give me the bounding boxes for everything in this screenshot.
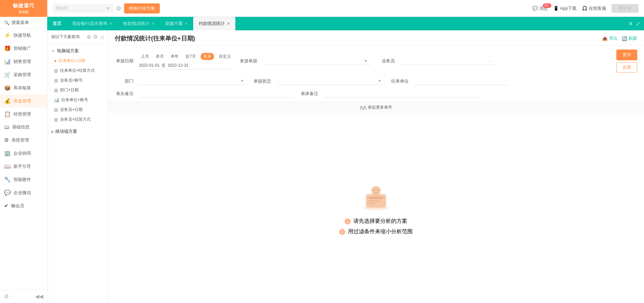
address-text: 地址栏 xyxy=(56,5,68,11)
sidebar-item-base-info[interactable]: 🗂 基础信息 xyxy=(0,121,47,133)
tab-bank-flow-label: 现金银行流水查询 xyxy=(72,21,107,27)
doc-status-select[interactable]: ▼ xyxy=(276,77,384,85)
date-btn-this-month[interactable]: 本月 xyxy=(154,53,166,60)
svg-rect-3 xyxy=(369,200,379,202)
footer-collapse-icon[interactable]: ◀◀ xyxy=(35,293,43,300)
marketing-icon: 🎁 xyxy=(4,45,11,52)
headset-icon: 🎧 xyxy=(582,6,587,11)
sidebar-item-marketing[interactable]: 🎁 营销推广 xyxy=(0,42,47,55)
export-button[interactable]: 📤 导出 xyxy=(602,35,618,41)
operations-icon: 📋 xyxy=(4,111,11,117)
scheme-desktop-label: 电脑端方案 xyxy=(57,48,79,54)
partner-select[interactable]: ··· xyxy=(414,77,508,85)
sidebar-item-hardware[interactable]: 🔧 智能硬件 xyxy=(0,173,47,186)
tab-expand-icon[interactable]: ⤢ xyxy=(636,21,640,27)
tab-home[interactable]: 首页 xyxy=(47,17,67,30)
body-note-input[interactable] xyxy=(324,90,479,97)
trial-button[interactable]: 体验行业方案 xyxy=(124,3,160,13)
empty-state: 1 请先选择要分析的方案 2 用过滤条件来缩小分析范围 xyxy=(108,113,644,303)
date-btn-last-month[interactable]: 上月 xyxy=(139,53,151,60)
tab-receipt-stats[interactable]: 收款情况统计 ✕ xyxy=(118,17,160,30)
scheme-collapse-icon[interactable]: ◁ xyxy=(100,34,104,40)
scheme-item-salesperson-date[interactable]: ▦ 业务员+日期 xyxy=(47,105,108,115)
salesperson-select[interactable]: ··· xyxy=(400,57,495,65)
scheme-item-label: 部门+日期 xyxy=(60,87,79,93)
dept-label: 部门 xyxy=(115,78,134,84)
sidebar-item-label: 基础信息 xyxy=(12,124,30,130)
sidebar-item-label: 畅会员 xyxy=(11,203,24,209)
date-btn-7days[interactable]: 近7天 xyxy=(183,53,198,60)
scheme-item-active-icon: ● xyxy=(54,58,57,63)
export-icon: 📤 xyxy=(602,36,608,41)
tab-close-all-icon[interactable]: ✕ xyxy=(628,21,633,27)
topbar-settings-icon[interactable]: ⚙ xyxy=(116,5,121,12)
tab-payment-stats[interactable]: 付款情况统计 ✕ xyxy=(193,17,235,30)
date-btn-this-year[interactable]: 本年 xyxy=(169,53,181,60)
topbar: 地址栏 ▼ ⚙ 体验行业方案 💬 消息 99+ 📱 App下载 🎧 在线客服 用… xyxy=(47,0,644,17)
header-note-input[interactable] xyxy=(139,90,294,97)
scheme-settings-icon[interactable]: ⚙ xyxy=(93,34,98,40)
sidebar-item-guide[interactable]: 📖 新手引导 xyxy=(0,160,47,173)
app-download-button[interactable]: 📱 App下载 xyxy=(553,5,577,11)
scheme-item-partner-account[interactable]: 📊 往来单位+账号 xyxy=(47,95,108,105)
refresh-button[interactable]: 🔄 刷新 xyxy=(622,35,637,41)
tab-bank-flow-close-icon[interactable]: ✕ xyxy=(109,22,112,26)
date-btn-custom[interactable]: 自定义 xyxy=(217,53,233,60)
salesperson-label: 业务员 xyxy=(376,58,395,64)
sidebar-item-sales[interactable]: 📊 销售管理 xyxy=(0,55,47,68)
scheme-item-icon-3: ▦ xyxy=(54,88,58,93)
scheme-item-label: 往来单位+账号 xyxy=(61,97,88,103)
svg-point-5 xyxy=(371,186,381,195)
scheme-mobile-group[interactable]: ▶ 移动端方案 xyxy=(47,126,108,137)
tabbar-right: ✕ ⤢ xyxy=(624,17,644,30)
tab-new-scheme-close-icon[interactable]: ✕ xyxy=(185,22,188,26)
collapse-conditions-bar[interactable]: ⋀⋀ 收起更多条件 xyxy=(108,102,644,113)
date-start: 2022-01-01 xyxy=(139,63,159,68)
date-range-input[interactable]: 2022-01-01 至 2022-12-31 xyxy=(139,63,233,69)
tab-new-scheme[interactable]: 新建方案 ✕ xyxy=(160,17,193,30)
settings-button[interactable]: 设置 xyxy=(616,62,637,72)
scheme-desktop-group-header[interactable]: ▼ 电脑端方案 xyxy=(47,46,108,56)
date-buttons-group: 上月 本月 本年 近7天 更多 自定义 2022-01-01 至 2022-12… xyxy=(139,53,233,69)
scheme-item-partner-date[interactable]: ● 往来单位+日期 xyxy=(47,56,108,66)
scheme-item-salesperson-settlement[interactable]: ▦ 业务员+结算方式 xyxy=(47,115,108,124)
messages-button[interactable]: 💬 消息 99+ xyxy=(532,5,548,11)
scheme-item-dept-date[interactable]: ▦ 部门+日期 xyxy=(47,85,108,95)
scheme-panel-header-label: 按以下方案查询 xyxy=(51,34,80,40)
footer-settings-icon[interactable]: ⚙ xyxy=(4,293,9,300)
scheme-panel: 按以下方案查询 ⊕ ⚙ ◁ ▼ 电脑端方案 ● 往来单位+日期 ▦ xyxy=(47,30,108,303)
sidebar-item-capital[interactable]: 💰 资金管理 xyxy=(0,94,47,108)
scheme-item-salesperson-account[interactable]: ▦ 业务员+账号 xyxy=(47,75,108,85)
search-icon: 🔍 xyxy=(4,20,9,25)
sidebar-item-member[interactable]: ✔ 畅会员 xyxy=(0,199,47,212)
search-menu[interactable]: 🔍 搜索菜单 xyxy=(0,17,47,29)
date-btn-more[interactable]: 更多 xyxy=(201,53,214,60)
sidebar-item-inventory[interactable]: 📦 库存核算 xyxy=(0,81,47,94)
sidebar-item-enterprise[interactable]: 🏢 企业协同 xyxy=(0,147,47,160)
tab-receipt-stats-close-icon[interactable]: ✕ xyxy=(151,22,154,26)
sidebar-item-quick-nav[interactable]: ⚡ 快捷导航 xyxy=(0,29,47,42)
sidebar-item-weixin[interactable]: 💬 企业微信 xyxy=(0,186,47,199)
scheme-panel-header: 按以下方案查询 ⊕ ⚙ ◁ xyxy=(47,30,108,44)
scheme-item-icon-4: 📊 xyxy=(54,97,59,102)
tab-payment-stats-close-icon[interactable]: ✕ xyxy=(227,22,230,26)
address-bar[interactable]: 地址栏 ▼ xyxy=(53,4,113,12)
sidebar-item-operations[interactable]: 📋 经营管理 xyxy=(0,108,47,121)
scheme-item-partner-settlement[interactable]: ▦ 往来单位+结算方式 xyxy=(47,66,108,75)
online-service-button[interactable]: 🎧 在线客服 xyxy=(582,5,606,11)
dept-select[interactable]: ▼ xyxy=(139,77,247,85)
hardware-icon: 🔧 xyxy=(4,176,11,183)
sidebar-item-system[interactable]: ⚙ 系统管理 xyxy=(0,133,47,147)
hint-num-2: 2 xyxy=(339,229,345,235)
partner-label: 往来单位 xyxy=(390,78,409,84)
scheme-add-icon[interactable]: ⊕ xyxy=(87,34,91,40)
sidebar-item-label: 资金管理 xyxy=(13,98,31,104)
user-button[interactable]: 用户名 xyxy=(612,4,639,13)
tab-bank-flow[interactable]: 现金银行流水查询 ✕ xyxy=(67,17,118,30)
address-dropdown-icon: ▼ xyxy=(106,6,110,11)
query-button[interactable]: 查询 xyxy=(616,50,637,60)
sidebar-item-purchase[interactable]: 🛒 采购管理 xyxy=(0,68,47,81)
tabbar: 首页 现金银行流水查询 ✕ 收款情况统计 ✕ 新建方案 ✕ 付款情况统计 ✕ ✕… xyxy=(47,17,644,30)
purchase-icon: 🛒 xyxy=(4,71,11,78)
source-select[interactable]: ▼ xyxy=(263,57,371,65)
